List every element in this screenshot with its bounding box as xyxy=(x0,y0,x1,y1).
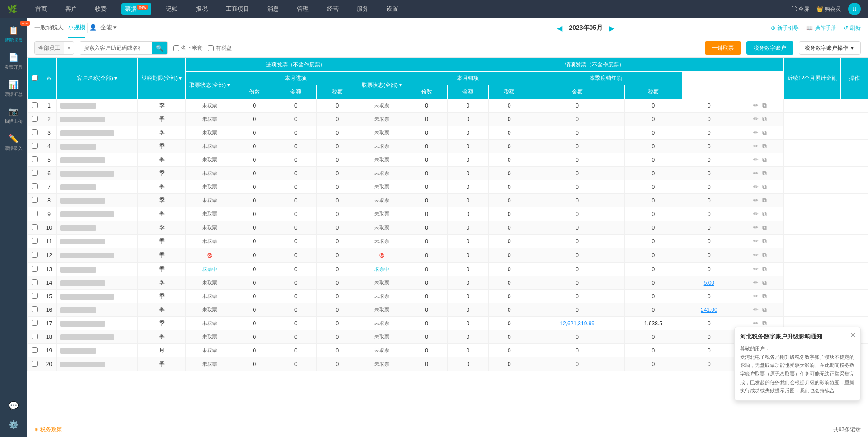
nav-message[interactable]: 消息 xyxy=(264,3,283,15)
search-button[interactable]: 🔍 xyxy=(152,41,167,55)
copy-icon[interactable]: ⧉ xyxy=(762,237,767,245)
nav-operation[interactable]: 经营 xyxy=(323,3,342,15)
nav-invoice[interactable]: 票据new xyxy=(121,3,151,15)
sidebar-item-open-invoice[interactable]: 📄 发票开具 xyxy=(0,49,27,74)
copy-icon[interactable]: ⧉ xyxy=(762,129,767,136)
last12-amount[interactable]: 5.00 xyxy=(704,280,714,286)
edit-icon[interactable]: ✏ xyxy=(753,129,759,136)
row-checkbox[interactable] xyxy=(32,361,38,367)
row-checkbox[interactable] xyxy=(32,197,38,203)
edit-icon[interactable]: ✏ xyxy=(753,142,759,150)
tab-all-capable[interactable]: 👤 全能 ▾ xyxy=(90,18,117,38)
sidebar-item-scan[interactable]: 📷 扫描上传 xyxy=(0,103,27,128)
row-checkbox[interactable] xyxy=(32,211,38,216)
has-tax-disk-filter[interactable]: 有税盘 xyxy=(208,44,232,52)
row-checkbox[interactable] xyxy=(32,143,38,149)
copy-icon[interactable]: ⧉ xyxy=(762,197,767,204)
tab-small-scale[interactable]: 小规模 xyxy=(68,18,85,38)
edit-icon[interactable]: ✏ xyxy=(753,169,759,177)
tax-policy-link[interactable]: ⊕ 税务政策 xyxy=(34,426,62,433)
th-customer-name[interactable]: 客户名称(全部) ▾ xyxy=(57,58,138,99)
nav-clients[interactable]: 客户 xyxy=(61,3,80,15)
row-checkbox[interactable] xyxy=(32,266,38,272)
prev-month-btn[interactable]: ◀ xyxy=(554,23,565,33)
sidebar-item-summary[interactable]: 📊 票据汇总 xyxy=(0,76,27,101)
nav-settings[interactable]: 设置 xyxy=(383,3,402,15)
edit-icon[interactable]: ✏ xyxy=(753,251,759,259)
sidebar-bottom-help[interactable]: 💬 xyxy=(0,397,27,414)
edit-icon[interactable]: ✏ xyxy=(753,210,759,218)
copy-icon[interactable]: ⧉ xyxy=(762,251,767,259)
avatar[interactable]: U xyxy=(848,3,861,15)
row-checkbox[interactable] xyxy=(32,347,38,353)
refresh-link[interactable]: ↺ 刷新 xyxy=(844,24,861,32)
edit-icon[interactable]: ✏ xyxy=(753,279,759,287)
tax-digital-account-btn[interactable]: 税务数字账户 xyxy=(746,41,793,55)
sidebar-item-entry[interactable]: ✏️ 票据录入 xyxy=(0,130,27,155)
th-tax-period[interactable]: 纳税期限(全部) ▾ xyxy=(138,58,186,99)
copy-icon[interactable]: ⧉ xyxy=(762,183,767,191)
row-checkbox[interactable] xyxy=(32,116,38,122)
row-checkbox[interactable] xyxy=(32,252,38,258)
edit-icon[interactable]: ✏ xyxy=(753,224,759,231)
nav-home[interactable]: 首页 xyxy=(32,3,51,15)
copy-icon[interactable]: ⧉ xyxy=(762,115,767,123)
copy-icon[interactable]: ⧉ xyxy=(762,306,767,314)
edit-icon[interactable]: ✏ xyxy=(753,306,759,314)
edit-icon[interactable]: ✏ xyxy=(753,292,759,300)
row-checkbox[interactable] xyxy=(32,156,38,162)
nav-business[interactable]: 工商项目 xyxy=(222,3,253,15)
row-checkbox[interactable] xyxy=(32,306,38,312)
fullscreen-btn[interactable]: ⛶ 全屏 xyxy=(791,5,809,13)
row-checkbox[interactable] xyxy=(32,224,38,230)
new-guide-link[interactable]: ⊕ 新手引导 xyxy=(771,24,799,32)
next-month-btn[interactable]: ▶ xyxy=(606,23,617,33)
th-in-status[interactable]: 取票状态(全部) ▾ xyxy=(186,72,234,99)
select-all-checkbox[interactable] xyxy=(32,75,38,81)
sidebar-item-smart-invoice[interactable]: 📋 智能取票 xyxy=(0,22,27,47)
row-checkbox[interactable] xyxy=(32,279,38,285)
copy-icon[interactable]: ⧉ xyxy=(762,102,767,109)
row-checkbox[interactable] xyxy=(32,170,38,176)
vip-btn[interactable]: 👑 购会员 xyxy=(816,5,841,13)
my-subledger-filter[interactable]: 名下帐套 xyxy=(173,44,203,52)
row-checkbox[interactable] xyxy=(32,183,38,189)
copy-icon[interactable]: ⧉ xyxy=(762,156,767,164)
my-subledger-checkbox[interactable] xyxy=(173,45,179,51)
nav-billing[interactable]: 收费 xyxy=(91,3,110,15)
row-checkbox[interactable] xyxy=(32,293,38,299)
edit-icon[interactable]: ✏ xyxy=(753,265,759,273)
copy-icon[interactable]: ⧉ xyxy=(762,169,767,177)
red-amount-link[interactable]: 12,621,319.99 xyxy=(560,320,594,327)
th-settings[interactable]: ⚙ xyxy=(42,58,57,99)
search-input[interactable] xyxy=(80,42,152,54)
row-checkbox[interactable] xyxy=(32,320,38,326)
copy-icon[interactable]: ⧉ xyxy=(762,265,767,273)
sidebar-bottom-settings[interactable]: ⚙️ xyxy=(0,416,27,433)
copy-icon[interactable]: ⧉ xyxy=(762,292,767,300)
copy-icon[interactable]: ⧉ xyxy=(762,320,767,327)
copy-icon[interactable]: ⧉ xyxy=(762,210,767,218)
row-checkbox[interactable] xyxy=(32,102,38,108)
tax-digital-action-btn[interactable]: 税务数字账户操作 ▼ xyxy=(799,41,861,55)
manual-link[interactable]: 📖 操作手册 xyxy=(806,24,836,32)
edit-icon[interactable]: ✏ xyxy=(753,115,759,123)
th-out-status[interactable]: 取票状态(全部) ▾ xyxy=(358,72,406,99)
row-checkbox[interactable] xyxy=(32,238,38,244)
has-tax-disk-checkbox[interactable] xyxy=(208,45,214,51)
tab-general-taxpayer[interactable]: 一般纳税人 xyxy=(34,18,64,38)
nav-tax[interactable]: 报税 xyxy=(192,3,211,15)
copy-icon[interactable]: ⧉ xyxy=(762,142,767,150)
copy-icon[interactable]: ⧉ xyxy=(762,279,767,287)
edit-icon[interactable]: ✏ xyxy=(753,183,759,191)
row-checkbox[interactable] xyxy=(32,129,38,135)
row-checkbox[interactable] xyxy=(32,334,38,339)
notification-close-btn[interactable]: ✕ xyxy=(850,331,856,339)
edit-icon[interactable]: ✏ xyxy=(753,102,759,109)
copy-icon[interactable]: ⧉ xyxy=(762,224,767,231)
nav-manage[interactable]: 管理 xyxy=(293,3,312,15)
edit-icon[interactable]: ✏ xyxy=(753,237,759,245)
one-click-get-btn[interactable]: 一键取票 xyxy=(705,41,741,55)
last12-amount[interactable]: 241.00 xyxy=(701,307,717,313)
nav-service[interactable]: 服务 xyxy=(353,3,372,15)
